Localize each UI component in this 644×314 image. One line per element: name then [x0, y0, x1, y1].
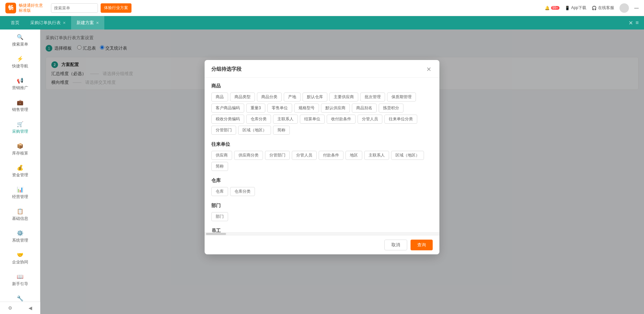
logo-text: 畅捷通好生意 标准版 [19, 3, 43, 13]
field-chip[interactable]: 分管人员 [292, 151, 317, 160]
sidebar-item-finance[interactable]: 💰 资金管理 [0, 160, 40, 182]
sidebar-item-quicknav[interactable]: ⚡ 快捷导航 [0, 51, 40, 73]
top-nav: 畅 畅捷通好生意 标准版 体验行业方案 🔔 99+ 📱 App下载 🎧 在线客服… [0, 0, 644, 16]
field-chip[interactable]: 商品分类 [257, 92, 282, 102]
field-chip[interactable]: 仓库分类 [246, 115, 271, 124]
field-chip[interactable]: 简称 [211, 162, 228, 171]
confirm-button[interactable]: 查询 [411, 240, 433, 250]
field-chip[interactable]: 仓库 [211, 187, 228, 196]
modal-close-button[interactable]: ✕ [425, 65, 433, 73]
avatar[interactable] [620, 3, 629, 13]
field-chip[interactable]: 区域（地区） [391, 151, 424, 160]
sidebar-bottom: ⚙ ◀ [0, 302, 40, 314]
field-chip[interactable]: 客户商品编码 [211, 104, 244, 113]
section-warehouse: 仓库 仓库 仓库分类 [211, 178, 433, 196]
sidebar-item-purchase[interactable]: 🛒 采购管理 [0, 117, 40, 138]
field-chip[interactable]: 供应商 [211, 151, 232, 160]
field-chip[interactable]: 税收分类编码 [211, 115, 244, 124]
appstore-icon: 🔧 [17, 295, 23, 302]
field-chip[interactable]: 供应商分类 [234, 151, 263, 160]
settings-icon: ⚙ [8, 305, 12, 311]
marketing-icon: 📢 [17, 77, 23, 84]
message-item[interactable]: 🔔 99+ [545, 6, 559, 10]
sidebar-item-sales[interactable]: 💼 销售管理 [0, 95, 40, 117]
field-chip[interactable]: 主联系人 [364, 151, 389, 160]
tab-close-purchase[interactable]: ✕ [63, 21, 66, 25]
field-chip[interactable]: 重量3 [246, 104, 265, 113]
sidebar-item-collab[interactable]: 🤝 企业协同 [0, 247, 40, 269]
basic-icon: 📋 [17, 208, 23, 214]
tab-menu-icon[interactable]: ≡ [636, 20, 639, 26]
logo-icon: 畅 [5, 3, 16, 13]
partner-fields: 供应商 供应商分类 分管部门 分管人员 付款条件 地区 主联系人 区域（地区） … [211, 151, 433, 171]
finance-icon: 💰 [17, 164, 23, 171]
message-icon: 🔔 [545, 6, 550, 10]
section-partner: 往来单位 供应商 供应商分类 分管部门 分管人员 付款条件 地区 主联系人 区域… [211, 141, 433, 171]
message-badge: 99+ [551, 6, 559, 10]
field-chip[interactable]: 分管人员 [358, 115, 382, 124]
tab-purchase-order[interactable]: 采购订单执行表 ✕ [25, 16, 71, 29]
sidebar-item-operations[interactable]: 📊 经营管理 [0, 182, 40, 204]
inventory-icon: 📦 [17, 142, 23, 149]
quicknav-icon: ⚡ [17, 55, 23, 62]
field-chip[interactable]: 主联系人 [273, 115, 298, 124]
section-staff-title: 员工 [211, 228, 433, 232]
modal-hscroll-area[interactable] [205, 232, 439, 235]
phone-icon: 📱 [565, 6, 570, 10]
guide-icon: 📖 [17, 273, 23, 280]
field-chip[interactable]: 地区 [345, 151, 362, 160]
tab-bar-actions: ✕ ≡ [629, 20, 639, 26]
collab-icon: 🤝 [17, 251, 23, 258]
field-chip[interactable]: 商品类型 [230, 92, 255, 102]
sidebar-item-search[interactable]: 🔍 搜索菜单 [0, 29, 40, 51]
modal-body[interactable]: 商品 商品 商品类型 商品分类 产地 默认仓库 主要供应商 批次管理 保质期管理… [205, 78, 439, 232]
tab-collapse-icon[interactable]: ✕ [629, 20, 633, 26]
sidebar-item-system[interactable]: ⚙️ 系统管理 [0, 226, 40, 247]
search-input[interactable] [51, 3, 98, 13]
field-chip[interactable]: 拣货积分 [379, 104, 404, 113]
field-chip[interactable]: 规格型号 [294, 104, 319, 113]
field-chip[interactable]: 付款条件 [319, 151, 343, 160]
tab-new-plan[interactable]: 新建方案 ✕ [71, 16, 104, 29]
field-chip[interactable]: 区域（地区） [238, 126, 271, 135]
tab-close-new[interactable]: ✕ [96, 21, 99, 25]
section-dept: 部门 部门 [211, 203, 433, 221]
field-chip[interactable]: 部门 [211, 212, 228, 221]
field-chip[interactable]: 批次管理 [360, 92, 385, 102]
settings-btn[interactable]: ⚙ [0, 302, 20, 314]
field-chip[interactable]: 结算单位 [300, 115, 325, 124]
app-download[interactable]: 📱 App下载 [565, 5, 586, 11]
user-name[interactable]: — [634, 5, 639, 10]
logo-area: 畅 畅捷通好生意 标准版 [5, 3, 46, 13]
online-service[interactable]: 🎧 在线客服 [592, 5, 614, 11]
search-icon: 🔍 [17, 34, 23, 40]
hscroll-thumb[interactable] [206, 233, 226, 235]
field-chip[interactable]: 分管部门 [265, 151, 290, 160]
field-chip[interactable]: 默认仓库 [303, 92, 327, 102]
field-chip[interactable]: 零售单位 [267, 104, 292, 113]
dept-fields: 部门 [211, 212, 433, 221]
field-chip[interactable]: 收付款条件 [327, 115, 356, 124]
sales-icon: 💼 [17, 99, 23, 106]
experience-button[interactable]: 体验行业方案 [101, 3, 131, 13]
field-chip[interactable]: 产地 [284, 92, 301, 102]
back-btn[interactable]: ◀ [20, 302, 40, 314]
field-chip[interactable]: 保质期管理 [387, 92, 416, 102]
tab-home[interactable]: 首页 [5, 16, 25, 29]
field-chip[interactable]: 简称 [273, 126, 290, 135]
field-chip[interactable]: 主要供应商 [329, 92, 358, 102]
field-chip[interactable]: 仓库分类 [230, 187, 255, 196]
field-chip[interactable]: 默认供应商 [321, 104, 350, 113]
warehouse-fields: 仓库 仓库分类 [211, 187, 433, 196]
nav-search: 体验行业方案 [51, 3, 131, 13]
field-chip[interactable]: 往来单位分类 [384, 115, 417, 124]
sidebar-item-marketing[interactable]: 📢 营销推广 [0, 73, 40, 95]
tab-bar: 首页 采购订单执行表 ✕ 新建方案 ✕ ✕ ≡ [0, 16, 644, 29]
sidebar-item-inventory[interactable]: 📦 库存核算 [0, 138, 40, 160]
cancel-button[interactable]: 取消 [384, 240, 407, 250]
field-chip[interactable]: 分管部门 [211, 126, 236, 135]
field-chip[interactable]: 商品别名 [352, 104, 377, 113]
field-chip[interactable]: 商品 [211, 92, 228, 102]
sidebar-item-guide[interactable]: 📖 新手引导 [0, 269, 40, 291]
sidebar-item-basic[interactable]: 📋 基础信息 [0, 204, 40, 226]
